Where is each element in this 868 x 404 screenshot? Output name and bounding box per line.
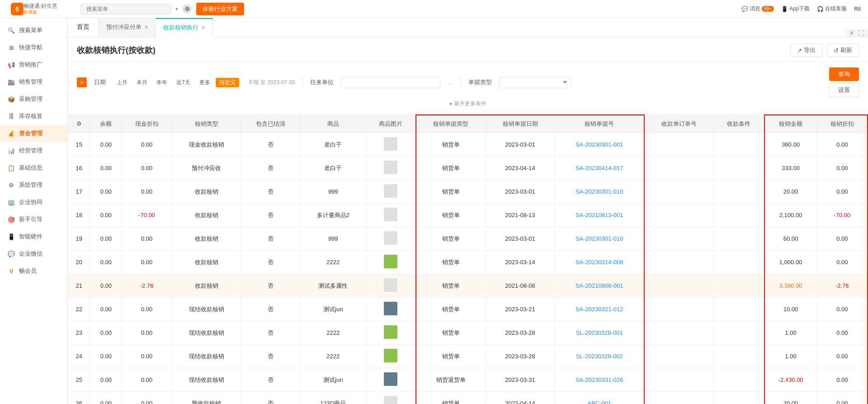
bill-no-link[interactable]: SA-20230301-010 xyxy=(576,188,623,195)
bill-type-select[interactable] xyxy=(499,77,571,88)
td-write-off-amount: 20.00 xyxy=(764,180,817,204)
td-no: 25 xyxy=(68,368,90,392)
td-bill-date: 2023-03-28 xyxy=(486,321,555,345)
sidebar-item-wechat[interactable]: 💬 企业微信 xyxy=(0,245,67,262)
td-goods: 老白干 xyxy=(301,157,366,180)
export-btn[interactable]: ↗ 导出 xyxy=(790,43,822,57)
table-row: 24 0.00 0.00 现结收款核销 否 2222 销货单 2023-03-2… xyxy=(68,345,868,368)
counterpart-input[interactable] xyxy=(341,77,440,88)
th-settings[interactable]: ⚙ xyxy=(68,115,90,133)
date-more[interactable]: 更多 xyxy=(196,78,214,87)
sidebar-item-quick-nav[interactable]: ⊞ 快捷导航 xyxy=(0,39,67,56)
td-bill-no: SA-20230301-010 xyxy=(555,227,644,251)
tab-close-prepay[interactable]: ✕ xyxy=(144,24,148,30)
date-last-month[interactable]: 上月 xyxy=(113,78,131,87)
date-custom-btn[interactable]: 自定义 xyxy=(216,78,239,87)
bill-no-link[interactable]: SL-20230328-001 xyxy=(576,329,623,336)
sidebar-item-search[interactable]: 🔍 搜索菜单 xyxy=(0,22,67,39)
industry-btn[interactable]: 休验行业方案 xyxy=(196,3,244,15)
td-bill-date: 2022-04-14 xyxy=(486,392,555,404)
td-goods-img xyxy=(366,274,416,298)
filter-area: » 日期 上月 本月 本年 近7天 更多 自定义 不限 至 2023-07-26 xyxy=(68,62,868,114)
td-bill-no: SA-20230301-010 xyxy=(555,180,644,204)
td-write-off-amount: 1.00 xyxy=(764,321,817,345)
td-bill-type: 销货单 xyxy=(416,157,486,180)
service-icon: 🎧 xyxy=(817,6,824,12)
bill-no-link[interactable]: SA-20230331-026 xyxy=(576,376,623,383)
query-btn[interactable]: 查询 xyxy=(829,67,859,81)
bill-no-link[interactable]: SA-20210813-001 xyxy=(576,212,623,219)
th-balance: 余额 xyxy=(90,115,122,133)
td-write-off-type: 预收款核销 xyxy=(172,392,241,404)
td-cash-discount: 0.00 xyxy=(122,298,172,321)
td-receipt-condition xyxy=(714,204,764,227)
sidebar-item-enterprise[interactable]: 🏢 企业协同 xyxy=(0,194,67,211)
date-this-month[interactable]: 本月 xyxy=(133,78,151,87)
sidebar-item-marketing[interactable]: 📢 营销推广 xyxy=(0,56,67,73)
user-name[interactable]: Rit xyxy=(854,6,861,12)
bill-no-link[interactable]: SA-20230301-001 xyxy=(576,141,623,148)
td-bill-type: 销货单 xyxy=(416,274,486,298)
bill-no-link[interactable]: SA-20230414-017 xyxy=(576,165,623,171)
sidebar-item-finance[interactable]: 💰 资金管理 xyxy=(0,125,67,142)
tab-receipt-writeoff[interactable]: 收款核销执行 ✕ xyxy=(156,18,213,37)
online-service-btn[interactable]: 🎧 在线客服 xyxy=(817,5,847,13)
sidebar-item-base[interactable]: 📋 基础信息 xyxy=(0,159,67,176)
td-receipt-order-no xyxy=(644,368,714,392)
settings-btn[interactable]: 设置 xyxy=(829,83,859,97)
date-7days[interactable]: 近7天 xyxy=(173,78,194,87)
td-receipt-order-no xyxy=(644,133,714,157)
td-write-off-type: 现结收款核销 xyxy=(172,321,241,345)
date-this-year[interactable]: 本年 xyxy=(153,78,171,87)
filter-expand-btn[interactable]: » xyxy=(77,77,87,87)
td-write-off-type: 现结收款核销 xyxy=(172,368,241,392)
refresh-btn[interactable]: ↺ 刷新 xyxy=(827,43,859,57)
app-download-btn[interactable]: 📱 App下载 xyxy=(781,5,810,13)
td-no: 17 xyxy=(68,180,90,204)
bill-no-link[interactable]: SA-20230301-010 xyxy=(576,235,623,242)
base-icon: 📋 xyxy=(7,164,15,172)
tab-expand-icon[interactable]: ⛶ xyxy=(858,29,864,37)
td-balance: 0.00 xyxy=(90,274,122,298)
sidebar-item-member[interactable]: V 畅会员 xyxy=(0,262,67,280)
dropdown-arrow[interactable]: ▾ xyxy=(175,6,178,12)
td-balance: 0.00 xyxy=(90,180,122,204)
td-receipt-order-no xyxy=(644,298,714,321)
td-goods-img xyxy=(366,298,416,321)
td-goods: 测试jun xyxy=(301,368,366,392)
tab-close-receipt[interactable]: ✕ xyxy=(201,25,205,31)
td-included-settled: 否 xyxy=(241,180,301,204)
td-write-off-amount: 360.00 xyxy=(764,133,817,157)
tab-close-icon[interactable]: ✕ xyxy=(849,29,854,37)
expand-more-btn[interactable]: ▾ 展开更多条件 xyxy=(449,100,486,108)
sidebar-item-system[interactable]: ⚙ 系统管理 xyxy=(0,176,67,194)
td-write-off-discount: 0.00 xyxy=(817,392,868,404)
search-icon: 🔍 xyxy=(7,26,15,34)
th-bill-no: 核销单据号 xyxy=(555,115,644,133)
td-receipt-order-no xyxy=(644,251,714,274)
td-bill-date: 2023-03-01 xyxy=(486,133,555,157)
bill-no-link[interactable]: SA-20230314-008 xyxy=(576,259,623,266)
td-write-off-amount: 1.00 xyxy=(764,345,817,368)
td-included-settled: 否 xyxy=(241,204,301,227)
bill-no-link[interactable]: ABC-001 xyxy=(587,400,611,404)
td-receipt-condition xyxy=(714,274,764,298)
sales-icon: 🏬 xyxy=(7,78,15,86)
top-search-input[interactable] xyxy=(80,4,171,14)
bill-no-link[interactable]: SL-20230328-002 xyxy=(576,353,623,360)
sidebar-item-operation[interactable]: 📊 经营管理 xyxy=(0,142,67,159)
page-actions: ↗ 导出 ↺ 刷新 xyxy=(790,43,859,57)
sidebar-item-sales[interactable]: 🏬 销售管理 xyxy=(0,73,67,90)
settings-gear-icon[interactable]: ⚙ xyxy=(183,5,192,14)
tab-prepay[interactable]: 预付冲应付单 ✕ xyxy=(99,18,156,37)
sidebar-item-hardware[interactable]: 📱 智能硬件 xyxy=(0,228,67,245)
sidebar-item-guide[interactable]: 🎯 新手引导 xyxy=(0,211,67,228)
messages-icon-area[interactable]: 💬 消息 99+ xyxy=(741,5,774,13)
bill-no-link[interactable]: SA-20210808-001 xyxy=(576,282,623,289)
bill-no-link[interactable]: SA-20230321-012 xyxy=(576,306,623,313)
sidebar-item-inventory[interactable]: 🗄 库存核算 xyxy=(0,108,67,125)
table-row: 15 0.00 0.00 现金收款核销 否 老白干 销货单 2023-03-01… xyxy=(68,133,868,157)
sidebar-item-purchase[interactable]: 📦 采购管理 xyxy=(0,90,67,108)
tab-home[interactable]: 首页 xyxy=(68,18,99,37)
td-cash-discount: 0.00 xyxy=(122,157,172,180)
